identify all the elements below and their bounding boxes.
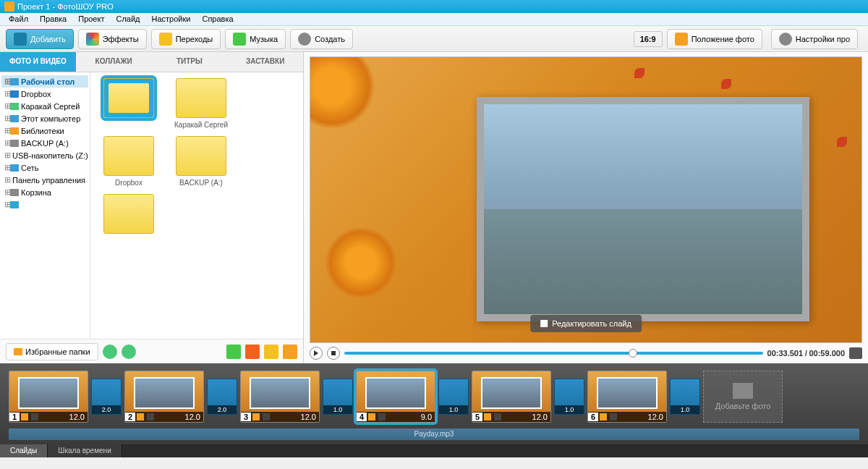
leaf-decoration xyxy=(310,56,375,130)
stop-icon xyxy=(331,351,336,355)
transition-item[interactable]: 2.0 xyxy=(207,379,237,415)
play-button[interactable] xyxy=(310,347,323,360)
tree-node[interactable]: ⊞ xyxy=(1,198,88,211)
folder-tree[interactable]: ⊞Рабочий стол⊞Dropbox⊞Каракай Сергей⊞Это… xyxy=(0,72,90,339)
tree-node[interactable]: ⊞Этот компьютер xyxy=(1,112,88,124)
tree-node[interactable]: ⊞Dropbox xyxy=(1,88,88,100)
toolbar: Добавить Эффекты Переходы Музыка Создать… xyxy=(0,26,868,52)
menu-bar: Файл Правка Проект Слайд Настройки Справ… xyxy=(0,13,868,26)
browser-toolbar: Избранные папки xyxy=(0,339,303,363)
title-bar: Проект 1 - ФотоШОУ PRO xyxy=(0,0,868,13)
star-icon xyxy=(159,33,172,46)
favorites-button[interactable]: Избранные папки xyxy=(6,343,98,360)
play-icon xyxy=(314,350,318,356)
seek-handle[interactable] xyxy=(629,349,637,358)
folder-grid: Каракай СергейDropboxBACKUP (A:) xyxy=(90,72,303,339)
camera-icon xyxy=(14,33,27,46)
create-button[interactable]: Создать xyxy=(290,29,353,49)
playback-controls: 00:33.501 / 00:59.000 xyxy=(310,343,862,363)
tree-node[interactable]: ⊞Каракай Сергей xyxy=(1,100,88,112)
refresh-icon[interactable] xyxy=(264,345,278,359)
leaf-decoration xyxy=(325,227,397,299)
petal-decoration xyxy=(634,68,644,78)
seek-bar[interactable] xyxy=(344,352,763,355)
audio-track[interactable]: Payday.mp3 xyxy=(9,428,859,440)
settings-button[interactable]: Настройки про xyxy=(771,29,858,49)
menu-project[interactable]: Проект xyxy=(72,13,110,25)
add-slide-button[interactable]: Добавьте фото xyxy=(703,371,783,423)
disc-icon xyxy=(298,33,311,46)
edit-slide-button[interactable]: Редактировать слайд xyxy=(530,315,642,332)
transition-item[interactable]: 1.0 xyxy=(554,379,584,415)
preview-canvas[interactable]: Редактировать слайд xyxy=(310,56,862,343)
timecode: 00:33.501 / 00:59.000 xyxy=(767,349,845,358)
menu-settings[interactable]: Настройки xyxy=(146,13,197,25)
transition-item[interactable]: 1.0 xyxy=(438,379,469,415)
menu-slide[interactable]: Слайд xyxy=(110,13,145,25)
timeline-slide[interactable]: 212.0 xyxy=(124,371,204,423)
timeline-slide[interactable]: 512.0 xyxy=(472,371,551,423)
tab-photo-video[interactable]: ФОТО И ВИДЕО xyxy=(0,52,76,72)
timeline-slide[interactable]: 49.0 xyxy=(356,371,435,423)
main-area: ФОТО И ВИДЕО КОЛЛАЖИ ТИТРЫ ЗАСТАВКИ ⊞Раб… xyxy=(0,52,868,363)
tree-node[interactable]: ⊞Панель управления xyxy=(1,174,88,186)
tab-slides[interactable]: Слайды xyxy=(0,444,48,457)
stop-button[interactable] xyxy=(327,347,340,360)
photo-icon xyxy=(675,33,688,46)
home-icon[interactable] xyxy=(245,345,260,359)
preview-pane: Редактировать слайд 00:33.501 / 00:59.00… xyxy=(304,52,868,363)
transition-item[interactable]: 1.0 xyxy=(670,379,700,415)
timeline-tabs: Слайды Шкала времени xyxy=(0,444,868,457)
tree-node[interactable]: ⊞Библиотеки xyxy=(1,124,88,137)
folder-item[interactable] xyxy=(96,194,161,237)
menu-file[interactable]: Файл xyxy=(3,13,34,25)
tree-node[interactable]: ⊞Сеть xyxy=(1,161,88,174)
position-button[interactable]: Положение фото xyxy=(667,29,762,49)
tree-node[interactable]: ⊞Рабочий стол xyxy=(1,75,88,88)
add-button[interactable]: Добавить xyxy=(6,29,74,49)
folder-item[interactable]: Каракай Сергей xyxy=(169,78,234,129)
menu-edit[interactable]: Правка xyxy=(34,13,72,25)
note-icon xyxy=(233,33,246,46)
transitions-button[interactable]: Переходы xyxy=(151,29,221,49)
gear-icon xyxy=(779,33,792,46)
folder-item[interactable]: Dropbox xyxy=(96,136,161,187)
timeline-slide[interactable]: 612.0 xyxy=(587,371,667,423)
timeline-slide[interactable]: 112.0 xyxy=(9,371,88,423)
tab-timescale[interactable]: Шкала времени xyxy=(48,444,122,457)
music-button[interactable]: Музыка xyxy=(225,29,286,49)
palette-icon xyxy=(86,33,99,46)
transition-item[interactable]: 1.0 xyxy=(323,379,353,415)
nav-forward-icon[interactable] xyxy=(122,345,136,359)
menu-help[interactable]: Справка xyxy=(196,13,239,25)
tab-intros[interactable]: ЗАСТАВКИ xyxy=(227,52,303,72)
download-icon[interactable] xyxy=(226,345,241,359)
petal-decoration xyxy=(837,137,847,147)
folder-item[interactable] xyxy=(96,78,161,129)
folder-icon xyxy=(14,348,22,355)
tree-node[interactable]: ⊞USB-накопитель (Z:) xyxy=(1,149,88,161)
slide-strip[interactable]: 112.02.0212.02.0312.01.049.01.0512.01.06… xyxy=(9,369,859,424)
nav-back-icon[interactable] xyxy=(103,345,117,359)
tab-titles[interactable]: ТИТРЫ xyxy=(152,52,228,72)
app-icon xyxy=(4,1,14,12)
pencil-icon xyxy=(540,320,548,327)
window-title: Проект 1 - ФотоШОУ PRO xyxy=(17,2,114,11)
left-pane: ФОТО И ВИДЕО КОЛЛАЖИ ТИТРЫ ЗАСТАВКИ ⊞Раб… xyxy=(0,52,304,363)
petal-decoration xyxy=(721,79,731,89)
transition-item[interactable]: 2.0 xyxy=(91,379,122,415)
snapshot-button[interactable] xyxy=(849,347,862,359)
tree-node[interactable]: ⊞BACKUP (A:) xyxy=(1,137,88,149)
tree-node[interactable]: ⊞Корзина xyxy=(1,186,88,198)
timeline: 112.02.0212.02.0312.01.049.01.0512.01.06… xyxy=(0,363,868,444)
folder-item[interactable]: BACKUP (A:) xyxy=(169,136,234,187)
tab-collages[interactable]: КОЛЛАЖИ xyxy=(76,52,152,72)
aspect-ratio[interactable]: 16:9 xyxy=(634,31,663,47)
timeline-slide[interactable]: 312.0 xyxy=(240,371,320,423)
source-tabs: ФОТО И ВИДЕО КОЛЛАЖИ ТИТРЫ ЗАСТАВКИ xyxy=(0,52,303,72)
photo-frame[interactable] xyxy=(477,97,809,321)
file-browser: ⊞Рабочий стол⊞Dropbox⊞Каракай Сергей⊞Это… xyxy=(0,72,303,339)
effects-button[interactable]: Эффекты xyxy=(78,29,147,49)
open-icon[interactable] xyxy=(283,345,297,359)
